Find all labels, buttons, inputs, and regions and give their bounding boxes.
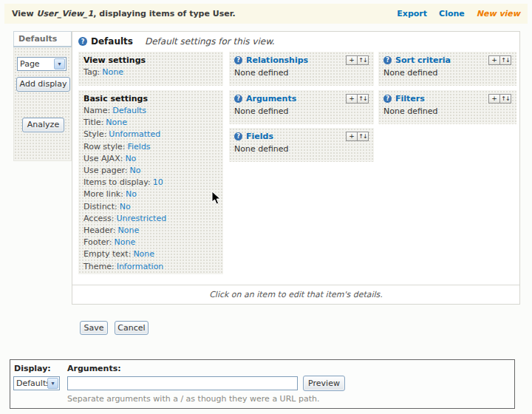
view-settings-box: View settings Tag:None — [78, 52, 223, 86]
setting-label: Use pager: — [83, 166, 128, 175]
setting-value-link[interactable]: None — [115, 237, 136, 247]
view-title: View User_View_1, displaying items of ty… — [12, 9, 385, 18]
sort-criteria-box: ? Sort criteria + ↑↓ None defined — [378, 52, 516, 86]
panel-header: ? Defaults Default settings for this vie… — [78, 36, 275, 47]
chevron-down-icon: ▾ — [47, 378, 58, 389]
view-title-suffix: , displaying items of type User. — [93, 9, 235, 18]
new-view-link[interactable]: New view — [477, 9, 520, 18]
rearrange-icon[interactable]: ↑↓ — [357, 94, 369, 104]
view-message-bar: View User_View_1, displaying items of ty… — [4, 4, 528, 24]
preview-button[interactable]: Preview — [303, 376, 345, 391]
view-title-prefix: View — [12, 9, 37, 18]
add-icon[interactable]: + — [346, 55, 358, 65]
empty-text: None defined — [383, 106, 511, 118]
setting-row: Tag:None — [83, 67, 218, 78]
setting-row: Name:Defaults — [83, 105, 218, 117]
analyze-button[interactable]: Analyze — [22, 118, 64, 132]
setting-row: Empty text:None — [83, 248, 218, 260]
rearrange-icon[interactable]: ↑↓ — [499, 55, 511, 65]
save-button[interactable]: Save — [80, 321, 108, 335]
rearrange-icon[interactable]: ↑↓ — [499, 94, 511, 104]
setting-value-link[interactable]: 10 — [153, 177, 163, 187]
setting-value-link[interactable]: No — [130, 166, 141, 175]
add-icon[interactable]: + — [488, 94, 500, 104]
panel-subtitle: Default settings for this view. — [145, 36, 275, 47]
empty-text: None defined — [234, 106, 369, 118]
relationships-title-link[interactable]: Relationships — [246, 55, 308, 65]
help-icon[interactable]: ? — [234, 56, 242, 64]
setting-label: More link: — [83, 189, 123, 199]
add-icon[interactable]: + — [488, 55, 500, 65]
setting-label: Access: — [83, 214, 114, 223]
setting-value-link[interactable]: None — [106, 118, 127, 127]
help-icon[interactable]: ? — [234, 132, 242, 140]
arguments-input[interactable] — [67, 376, 298, 390]
setting-row: Access:Unrestricted — [83, 213, 218, 225]
rearrange-icon[interactable]: ↑↓ — [357, 132, 369, 141]
setting-label: Empty text: — [83, 249, 131, 259]
clone-link[interactable]: Clone — [439, 9, 465, 18]
setting-label: Title: — [83, 118, 103, 127]
add-display-button[interactable]: Add display — [16, 77, 70, 92]
arguments-label: Arguments: — [67, 364, 121, 373]
display-label: Display: — [14, 364, 51, 373]
setting-label: Distinct: — [83, 202, 117, 211]
panel-footer-hint: Click on an item to edit that item's det… — [72, 285, 519, 304]
setting-value-link[interactable]: No — [126, 189, 137, 199]
setting-value-link[interactable]: No — [125, 154, 136, 163]
display-settings-panel: ? Defaults Default settings for this vie… — [72, 31, 520, 305]
display-controls: Page ▾ Add display Analyze — [13, 47, 72, 161]
export-link[interactable]: Export — [397, 9, 427, 18]
setting-row: Row style:Fields — [83, 141, 218, 153]
views-ui-page: View User_View_1, displaying items of ty… — [0, 0, 532, 414]
setting-value-link[interactable]: Unrestricted — [116, 214, 166, 223]
view-settings-title: View settings — [83, 55, 218, 67]
setting-row: Items to display:10 — [83, 177, 218, 189]
setting-label: Tag: — [83, 67, 100, 77]
setting-row: Use AJAX:No — [83, 153, 218, 165]
display-type-select[interactable]: Page ▾ — [17, 57, 66, 71]
add-icon[interactable]: + — [346, 94, 358, 104]
setting-label: Style: — [83, 129, 106, 139]
tab-defaults[interactable]: Defaults — [13, 31, 72, 46]
help-icon[interactable]: ? — [383, 56, 392, 64]
empty-text: None defined — [234, 67, 369, 79]
sort-criteria-title-link[interactable]: Sort criteria — [395, 55, 451, 65]
filters-box: ? Filters + ↑↓ None defined — [378, 90, 516, 124]
filters-title-link[interactable]: Filters — [395, 94, 425, 104]
cancel-button[interactable]: Cancel — [115, 321, 149, 335]
setting-label: Footer: — [83, 237, 112, 247]
setting-value-link[interactable]: No — [120, 202, 131, 211]
setting-value-link[interactable]: None — [133, 249, 154, 259]
arguments-box: ? Arguments + ↑↓ None defined — [229, 90, 374, 124]
help-icon[interactable]: ? — [78, 37, 87, 46]
setting-row: Title:None — [83, 117, 218, 129]
setting-value-link[interactable]: Unformatted — [109, 129, 160, 139]
setting-value-link[interactable]: Defaults — [112, 106, 146, 115]
preview-display-select[interactable]: Defaults ▾ — [13, 376, 60, 390]
rearrange-icon[interactable]: ↑↓ — [357, 55, 369, 65]
chevron-down-icon: ▾ — [54, 58, 65, 69]
basic-settings-title: Basic settings — [83, 93, 218, 105]
relationships-box: ? Relationships + ↑↓ None defined — [229, 52, 374, 86]
arguments-title-link[interactable]: Arguments — [246, 94, 296, 104]
setting-value-link[interactable]: None — [102, 67, 123, 77]
help-icon[interactable]: ? — [383, 95, 392, 103]
setting-label: Name: — [83, 106, 110, 115]
setting-row: Header:None — [83, 225, 218, 237]
setting-label: Items to display: — [83, 177, 151, 187]
empty-text: None defined — [383, 67, 511, 79]
fields-box: ? Fields + ↑↓ None defined — [229, 128, 374, 162]
add-icon[interactable]: + — [346, 132, 358, 141]
setting-value-link[interactable]: Information — [117, 262, 164, 271]
setting-value-link[interactable]: Fields — [127, 142, 150, 152]
help-icon[interactable]: ? — [234, 95, 242, 103]
panel-title: Defaults — [91, 36, 133, 47]
setting-value-link[interactable]: None — [118, 225, 140, 235]
preview-display-value: Defaults — [14, 379, 47, 388]
basic-settings-box: Basic settings Name:Defaults Title:None … — [78, 90, 223, 274]
setting-label: Row style: — [83, 142, 125, 152]
fields-title-link[interactable]: Fields — [246, 132, 273, 141]
arguments-help-text: Separate arguments with a / as though th… — [67, 394, 319, 404]
live-preview-panel: Display: Arguments: Defaults ▾ Preview S… — [10, 359, 515, 409]
